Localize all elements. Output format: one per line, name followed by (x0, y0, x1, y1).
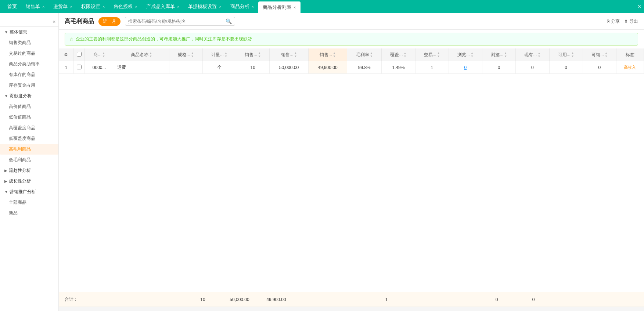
row-code: 0000... (84, 61, 114, 74)
info-icon: ☆ (69, 37, 73, 42)
nav-product-analysis[interactable]: 商品分析 × (226, 0, 258, 13)
header-actions: ⎘ 分享 ⬆ 导出 (607, 18, 638, 25)
search-box: 🔍 (125, 17, 235, 26)
row-gross-margin: 99.8% (347, 61, 382, 74)
col-code[interactable]: 商... ▲▼ (84, 48, 114, 61)
col-current-stock[interactable]: 现有... ▲▼ (516, 48, 549, 61)
col-checkbox (73, 48, 84, 61)
info-banner: ☆ 企业的主要的利润都是这部分商品创造的，可考虑加大推广，同时关注库存是不要出现… (65, 33, 638, 46)
footer-sales-amount: 50,000.00 (225, 297, 254, 302)
nav-close-inbound[interactable]: × (177, 4, 179, 9)
sidebar-item-stock-capital[interactable]: 库存资金占用 (0, 80, 58, 91)
col-settings[interactable]: ⚙ (59, 48, 73, 61)
row-name: 运费 (114, 61, 169, 74)
col-trade[interactable]: 交易... ▲▼ (415, 48, 449, 61)
nav-product-analysis-list[interactable]: 商品分析列表 × (258, 1, 300, 13)
col-sales-qty[interactable]: 销售... ▲▼ (236, 48, 270, 61)
nav-close-purchase[interactable]: × (70, 4, 72, 9)
row-sales-amount: 50,000.00 (270, 61, 308, 74)
row-view1[interactable]: 0 (449, 61, 482, 74)
sidebar-item-category-rate[interactable]: 商品分类助销率 (0, 59, 58, 69)
col-available-stock[interactable]: 可用... ▲▼ (549, 48, 583, 61)
sidebar-item-sales-goods[interactable]: 销售类商品 (0, 37, 58, 48)
page-title: 高毛利商品 (65, 18, 94, 25)
sidebar-item-low-margin[interactable]: 低毛利商品 (0, 155, 58, 165)
sidebar-group-marketing-items: 全部商品 新品 (0, 197, 58, 218)
footer-sales-profit: 49,900.00 (262, 297, 291, 302)
col-tag[interactable]: 标签 (616, 48, 644, 61)
horizontal-scrollbar[interactable] (59, 307, 644, 311)
settings-icon[interactable]: ⚙ (64, 52, 68, 57)
sidebar-item-all-goods[interactable]: 全部商品 (0, 197, 58, 208)
top-nav: 首页 销售单 × 进货单 × 权限设置 × 角色授权 × 产成品入库单 × 单据… (0, 0, 644, 13)
row-available-stock: 0 (549, 61, 583, 74)
nav-template-settings[interactable]: 单据模板设置 × (184, 0, 226, 13)
footer-available-stock: 0 (519, 297, 548, 302)
col-view2[interactable]: 浏览... ▲▼ (482, 48, 516, 61)
sidebar-group-contribution-arrow: ▼ (4, 94, 8, 98)
sidebar-group-marketing[interactable]: ▼ 营销推广分析 (0, 187, 58, 197)
col-spec[interactable]: 规格... ▲▼ (169, 48, 202, 61)
sidebar-item-traded-goods[interactable]: 交易过的商品 (0, 48, 58, 59)
export-button[interactable]: ⬆ 导出 (624, 18, 638, 25)
nav-permission-settings[interactable]: 权限设置 × (77, 0, 109, 13)
nav-close-analysis[interactable]: × (252, 4, 254, 9)
sidebar-group-overall-arrow: ▼ (4, 30, 8, 34)
sidebar-group-overall[interactable]: ▼ 整体信息 (0, 27, 58, 37)
row-view2: 0 (482, 61, 516, 74)
nav-close-sales[interactable]: × (42, 4, 44, 9)
sidebar: « ▼ 整体信息 销售类商品 交易过的商品 商品分类助销率 有库存的商品 库存资… (0, 13, 59, 311)
sidebar-item-low-value[interactable]: 低价值商品 (0, 112, 58, 123)
sidebar-group-trend-arrow: ▶ (4, 169, 7, 173)
sidebar-item-new-goods[interactable]: 新品 (0, 208, 58, 218)
sidebar-group-contribution[interactable]: ▼ 贡献度分析 (0, 91, 58, 101)
row-coverage: 1.49% (382, 61, 415, 74)
select-all-checkbox[interactable] (77, 52, 82, 57)
sidebar-group-trend[interactable]: ▶ 流趋性分析 (0, 165, 58, 176)
sidebar-collapse-btn[interactable]: « (53, 18, 55, 24)
row-checkbox[interactable] (73, 61, 84, 74)
footer-current-stock: 0 (482, 297, 511, 302)
nav-role-auth[interactable]: 角色授权 × (109, 0, 141, 13)
nav-product-inbound[interactable]: 产成品入库单 × (142, 0, 184, 13)
footer-sales-qty: 10 (188, 297, 217, 302)
nav-close-analysis-list[interactable]: × (294, 5, 296, 10)
sidebar-group-marketing-arrow: ▼ (4, 190, 8, 194)
row-tag: 高收入 (616, 61, 644, 74)
row-current-stock: 0 (516, 61, 549, 74)
sidebar-item-low-coverage[interactable]: 低覆盖度商品 (0, 133, 58, 144)
sidebar-item-high-coverage[interactable]: 高覆盖度商品 (0, 123, 58, 133)
nav-close-role[interactable]: × (135, 4, 137, 9)
search-input[interactable] (128, 19, 226, 24)
nav-sales-order[interactable]: 销售单 × (21, 0, 49, 13)
col-sales-profit[interactable]: 销售... ▲▼ (308, 48, 347, 61)
content-header: 高毛利商品 近一月 🔍 ⎘ 分享 ⬆ 导出 (59, 13, 644, 30)
sidebar-group-growth[interactable]: ▶ 成长性分析 (0, 176, 58, 187)
row-spec (169, 61, 202, 74)
row-sales-qty: 10 (236, 61, 270, 74)
search-icon[interactable]: 🔍 (226, 18, 232, 24)
col-name[interactable]: 商品名称 ▲▼ (114, 48, 169, 61)
filter-recent-month[interactable]: 近一月 (98, 17, 120, 26)
share-button[interactable]: ⎘ 分享 (607, 18, 620, 25)
nav-home[interactable]: 首页 (3, 0, 21, 13)
sidebar-group-growth-arrow: ▶ (4, 179, 7, 183)
col-coverage[interactable]: 覆盖... ▲▼ (382, 48, 415, 61)
nav-purchase-order[interactable]: 进货单 × (49, 0, 76, 13)
col-view1[interactable]: 浏览... ▲▼ (449, 48, 482, 61)
footer-summary: 合计： 10 50,000.00 49,900.00 1 0 0 (59, 292, 644, 307)
content-area: 高毛利商品 近一月 🔍 ⎘ 分享 ⬆ 导出 ☆ 企业的主要的利润都是这部分商品创… (59, 13, 644, 311)
nav-close-all[interactable]: × (638, 3, 641, 10)
col-unit[interactable]: 计量... ▲▼ (202, 48, 236, 61)
col-sellable-stock[interactable]: 可销... ▲▼ (583, 48, 616, 61)
sidebar-item-high-margin[interactable]: 高毛利商品 (0, 144, 58, 155)
nav-close-template[interactable]: × (219, 4, 221, 9)
col-sales-amount[interactable]: 销售... ▲▼ (270, 48, 308, 61)
nav-close-permission[interactable]: × (102, 4, 105, 9)
col-gross-margin[interactable]: 毛利率 ▲▼ (347, 48, 382, 61)
row-unit: 个 (202, 61, 236, 74)
sidebar-group-overall-items: 销售类商品 交易过的商品 商品分类助销率 有库存的商品 库存资金占用 (0, 37, 58, 91)
table-row: 1 0000... 运费 个 10 50,000.00 49,900.00 99… (59, 61, 644, 74)
sidebar-item-in-stock[interactable]: 有库存的商品 (0, 69, 58, 80)
sidebar-item-high-value[interactable]: 高价值商品 (0, 101, 58, 112)
